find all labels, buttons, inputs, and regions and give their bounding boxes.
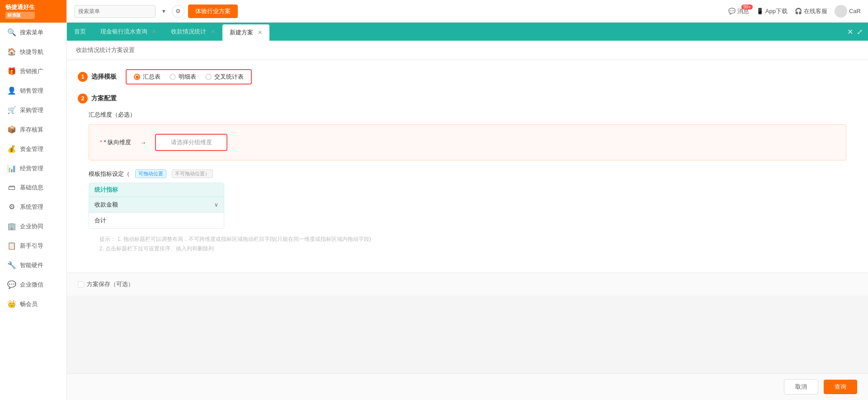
sidebar-label-enterprise: 企业协同 <box>20 222 43 231</box>
radio-summary[interactable]: 汇总表 <box>134 73 160 81</box>
config-area: 汇总维度（必选） * * 纵向维度 → 请选择分组维度 模板指标设定（ 可拖 <box>78 111 857 264</box>
sidebar-item-search[interactable]: 🔍 搜索菜单 <box>0 23 66 42</box>
chart-icon: 📊 <box>7 164 16 173</box>
tip2: 2. 点击标题栏下拉可设置排序、插入列和删除列 <box>99 245 835 253</box>
settings-icon[interactable]: ⚙ <box>172 5 184 18</box>
step2-row: 2 方案配置 <box>78 94 857 104</box>
dimension-area: * * 纵向维度 → 请选择分组维度 <box>89 124 846 160</box>
message-icon: 💬 <box>728 8 736 14</box>
download-icon: 📱 <box>756 8 764 14</box>
step2-badge: 2 <box>78 94 88 104</box>
sidebar-item-operation[interactable]: 📊 经营管理 <box>0 159 66 178</box>
sidebar-item-hardware[interactable]: 🔧 智能硬件 <box>0 255 66 275</box>
radio-detail-label: 明细表 <box>179 73 196 81</box>
industry-btn[interactable]: 体验行业方案 <box>188 5 238 18</box>
close-window-icon[interactable]: ✕ <box>847 28 853 36</box>
sidebar-label-guide: 新手引导 <box>20 242 43 250</box>
sidebar-label-finance: 资金管理 <box>20 145 43 153</box>
sidebar-item-system[interactable]: ⚙ 系统管理 <box>0 197 66 216</box>
search-input[interactable] <box>74 5 156 18</box>
sidebar-label-member: 畅会员 <box>20 300 38 308</box>
arrow-right-icon: → <box>140 139 146 146</box>
dropdown-arrow-icon[interactable]: ▾ <box>159 7 168 16</box>
cart-icon: 🛒 <box>7 106 16 114</box>
indicator-row1-label: 收款金额 <box>94 201 118 209</box>
tab-home[interactable]: 首页 <box>67 23 93 41</box>
step2-label: 方案配置 <box>91 94 117 103</box>
logo-tag: 标准版 <box>5 12 35 19</box>
money-icon: 💰 <box>7 145 16 153</box>
radio-summary-label: 汇总表 <box>143 73 160 81</box>
user-info[interactable]: CaR <box>835 5 861 18</box>
cancel-button[interactable]: 取消 <box>784 379 818 395</box>
arrow-line: → <box>140 139 146 146</box>
movable-tag: 可拖动位置 <box>135 169 166 178</box>
sidebar: 畅捷通好生 标准版 🔍 搜索菜单 🏠 快捷导航 🎁 营销推广 👤 销售管理 🛒 … <box>0 0 67 400</box>
sidebar-label-hardware: 智能硬件 <box>20 261 43 269</box>
sidebar-item-marketing[interactable]: 🎁 营销推广 <box>0 61 66 81</box>
indicator-label: 模板指标设定（ <box>89 170 130 178</box>
page-content: 收款情况统计方案设置 1 选择模板 汇总表 明细表 <box>67 41 868 373</box>
sidebar-item-sales[interactable]: 👤 销售管理 <box>0 81 66 100</box>
sidebar-item-member[interactable]: 👑 畅会员 <box>0 294 66 314</box>
sidebar-label-marketing: 营销推广 <box>20 67 43 75</box>
query-button[interactable]: 查询 <box>824 380 857 394</box>
radio-cross[interactable]: 交叉统计表 <box>205 73 244 81</box>
topbar: ▾ ⚙ 体验行业方案 💬 消息 99+ 📱 App下载 🎧 在线客服 CaR <box>67 0 868 23</box>
tab-new-plan-label: 新建方案 <box>230 28 253 37</box>
tab-collect-stat-close[interactable]: ✕ <box>211 28 215 35</box>
tabbar-actions: ✕ ⤢ <box>847 28 868 36</box>
sidebar-item-enterprise[interactable]: 🏢 企业协同 <box>0 216 66 236</box>
sidebar-item-guide[interactable]: 📋 新手引导 <box>0 236 66 255</box>
tab-bank-label: 现金银行流水查询 <box>100 28 147 36</box>
summary-dimension-label: 汇总维度（必选） <box>89 111 846 119</box>
radio-detail[interactable]: 明细表 <box>170 73 196 81</box>
maximize-icon[interactable]: ⤢ <box>857 28 863 36</box>
sidebar-item-inventory[interactable]: 📦 库存核算 <box>0 120 66 139</box>
gear-icon: ⚙ <box>7 202 16 211</box>
message-btn[interactable]: 💬 消息 99+ <box>728 7 749 15</box>
sidebar-item-finance[interactable]: 💰 资金管理 <box>0 139 66 159</box>
bottom-section: 方案保存（可选） <box>67 273 868 296</box>
sidebar-item-basic[interactable]: 🗃 基础信息 <box>0 178 66 197</box>
tab-collect-stat[interactable]: 收款情况统计 ✕ <box>164 23 222 41</box>
fixed-tag: 不可拖动位置） <box>172 169 213 178</box>
tab-bank-close[interactable]: ✕ <box>152 28 156 35</box>
indicator-dropdown-icon[interactable]: ∨ <box>214 202 218 208</box>
plan-save-checkbox-label[interactable]: 方案保存（可选） <box>78 280 134 288</box>
main-area: ▾ ⚙ 体验行业方案 💬 消息 99+ 📱 App下载 🎧 在线客服 CaR <box>67 0 868 400</box>
sidebar-item-wechat[interactable]: 💬 企业微信 <box>0 275 66 294</box>
clipboard-icon: 📋 <box>7 241 16 250</box>
app-download-btn[interactable]: 📱 App下载 <box>756 7 788 15</box>
indicator-section: 模板指标设定（ 可拖动位置 不可拖动位置） 统计指标 收款金额 ∨ 合计 <box>89 169 846 230</box>
plan-save-checkbox[interactable] <box>78 281 84 287</box>
indicator-table-header: 统计指标 <box>89 183 224 197</box>
tab-new-plan[interactable]: 新建方案 ✕ <box>222 24 269 41</box>
avatar <box>835 5 847 18</box>
dimension-select-btn[interactable]: 请选择分组维度 <box>155 134 227 151</box>
indicator-table: 统计指标 收款金额 ∨ 合计 <box>89 183 224 229</box>
tab-bank[interactable]: 现金银行流水查询 ✕ <box>93 23 164 41</box>
search-menu-icon: 🔍 <box>7 28 16 37</box>
gift-icon: 🎁 <box>7 67 16 75</box>
tip1: 提示： 1. 拖动标题栏可以调整布局，不可跨维度或指标区域拖动栏目字段(只能在同… <box>99 235 835 243</box>
sidebar-item-purchase[interactable]: 🛒 采购管理 <box>0 100 66 120</box>
building-icon: 🏢 <box>7 222 16 231</box>
indicator-cell-row1: 收款金额 ∨ <box>89 197 224 212</box>
tab-new-plan-close[interactable]: ✕ <box>258 29 262 36</box>
app-download-label: App下载 <box>765 7 788 15</box>
sidebar-label-inventory: 库存核算 <box>20 126 43 134</box>
radio-summary-dot <box>134 74 140 80</box>
topbar-left: ▾ ⚙ 体验行业方案 <box>74 5 238 18</box>
sidebar-label-search: 搜索菜单 <box>20 28 43 37</box>
online-service-btn[interactable]: 🎧 在线客服 <box>795 7 827 15</box>
sidebar-label-operation: 经营管理 <box>20 165 43 173</box>
sidebar-item-quick-nav[interactable]: 🏠 快捷导航 <box>0 42 66 61</box>
user-icon: 👤 <box>7 86 16 95</box>
sidebar-label-purchase: 采购管理 <box>20 106 43 114</box>
sidebar-label-quick-nav: 快捷导航 <box>20 48 43 56</box>
footer: 取消 查询 <box>67 373 868 400</box>
sidebar-label-system: 系统管理 <box>20 203 43 211</box>
vertical-dimension-label: * * 纵向维度 <box>100 138 131 146</box>
logo-text: 畅捷通好生 <box>5 4 35 11</box>
